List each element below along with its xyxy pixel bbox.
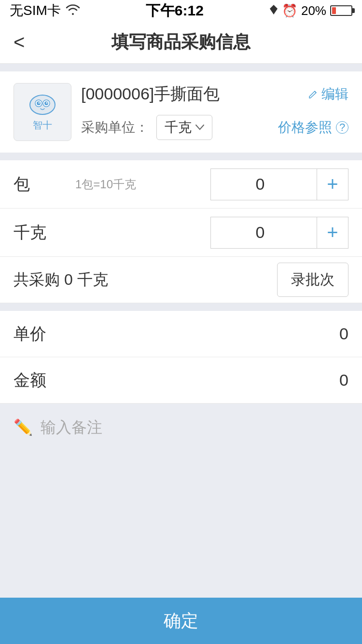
- kg-input[interactable]: [210, 217, 317, 249]
- unit-price-value: 0: [339, 324, 348, 343]
- amount-label: 金额: [14, 369, 46, 392]
- pencil-icon: ✏️: [14, 418, 33, 436]
- back-button[interactable]: <: [14, 31, 25, 53]
- product-card: 智十 [0000006]手撕面包 编辑 采购单位： 千克: [0, 71, 362, 153]
- status-right: ⏰ 20%: [269, 3, 352, 18]
- input-section: 包 1包=10千克 + 千克 +: [0, 160, 362, 257]
- kg-plus-button[interactable]: +: [317, 217, 348, 249]
- unit-select[interactable]: 千克: [156, 115, 212, 140]
- svg-point-5: [39, 102, 40, 103]
- note-placeholder: 输入备注: [41, 417, 102, 438]
- edit-button[interactable]: 编辑: [308, 85, 348, 103]
- product-name: [0000006]手撕面包: [81, 83, 220, 105]
- status-left: 无SIM卡: [10, 1, 80, 20]
- package-sublabel: 1包=10千克: [75, 177, 136, 192]
- package-input[interactable]: [210, 168, 317, 200]
- product-unit-row: 采购单位： 千克 价格参照 ?: [81, 115, 348, 140]
- unit-price-label: 单价: [14, 323, 46, 345]
- package-plus-button[interactable]: +: [317, 168, 348, 200]
- status-time: 下午6:12: [146, 1, 204, 21]
- batch-button[interactable]: 录批次: [277, 263, 348, 297]
- amount-row: 金额 0: [0, 357, 362, 404]
- top-divider: [0, 64, 362, 71]
- status-bar: 无SIM卡 下午6:12 ⏰ 20%: [0, 0, 362, 21]
- kg-input-wrapper: +: [210, 217, 348, 249]
- svg-point-0: [30, 95, 55, 114]
- mid-divider: [0, 153, 362, 160]
- product-logo-label: 智十: [33, 119, 52, 132]
- detail-divider: [0, 303, 362, 311]
- package-input-wrapper: +: [210, 168, 348, 200]
- package-row: 包 1包=10千克 +: [0, 160, 362, 209]
- product-header: [0000006]手撕面包 编辑: [81, 83, 348, 105]
- page-title: 填写商品采购信息: [111, 30, 251, 54]
- confirm-button[interactable]: 确定: [0, 598, 362, 644]
- unit-price-row: 单价 0: [0, 311, 362, 357]
- summary-text: 共采购 0 千克: [14, 269, 108, 291]
- wifi-icon: [66, 3, 80, 18]
- kg-row: 千克 +: [0, 209, 362, 257]
- product-info: [0000006]手撕面包 编辑 采购单位： 千克 价格参照 ?: [81, 83, 348, 140]
- note-section[interactable]: ✏️ 输入备注: [0, 404, 362, 481]
- kg-label: 千克: [14, 222, 71, 244]
- battery-icon: [330, 5, 352, 16]
- product-logo: 智十: [14, 83, 71, 141]
- location-icon: [269, 3, 278, 18]
- svg-point-6: [46, 102, 48, 103]
- unit-label: 采购单位：: [81, 118, 149, 137]
- price-ref-button[interactable]: 价格参照 ?: [278, 118, 348, 137]
- amount-value: 0: [339, 371, 348, 390]
- alarm-icon: ⏰: [282, 3, 297, 18]
- battery-percentage: 20%: [301, 3, 326, 18]
- package-label: 包: [14, 173, 71, 196]
- summary-row: 共采购 0 千克 录批次: [0, 257, 362, 303]
- nav-bar: < 填写商品采购信息: [0, 21, 362, 64]
- help-icon: ?: [336, 121, 348, 134]
- detail-section: 单价 0 金额 0: [0, 311, 362, 404]
- carrier-text: 无SIM卡: [10, 1, 61, 20]
